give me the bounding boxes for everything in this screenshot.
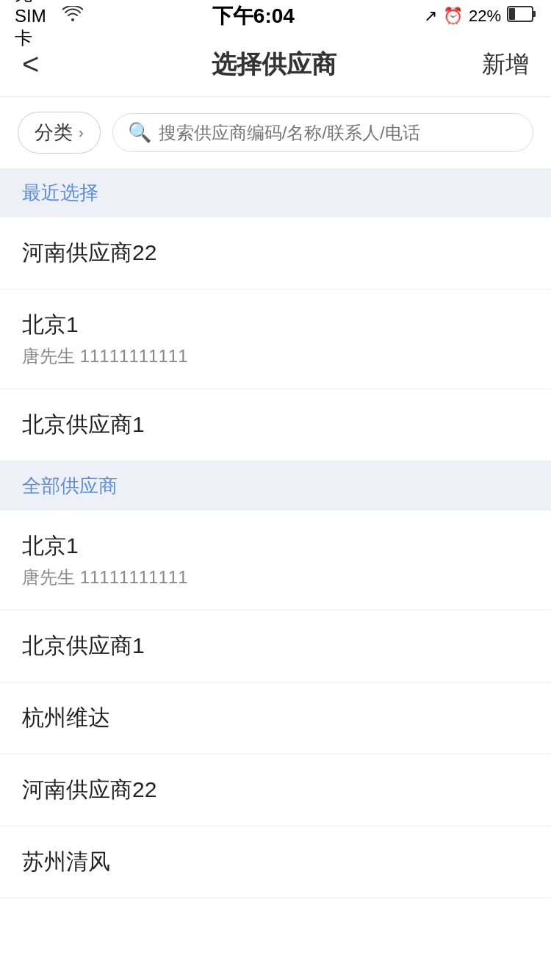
supplier-list: 最近选择河南供应商22 北京1 唐先生 11111111111 北京供应商1全部… [0, 168, 551, 898]
list-item[interactable]: 河南供应商22 [0, 754, 551, 826]
item-name: 北京1 [22, 310, 529, 340]
item-name: 河南供应商22 [22, 775, 529, 805]
filter-bar: 分类 › 🔍 [0, 97, 551, 168]
back-button[interactable]: < [22, 48, 66, 81]
list-item[interactable]: 北京供应商1 [0, 610, 551, 682]
status-bar: 无 SIM 卡 下午6:04 ↗ ⏰ 22% [0, 0, 551, 32]
status-time: 下午6:04 [212, 2, 295, 30]
list-item[interactable]: 杭州维达 [0, 682, 551, 754]
wifi-icon [62, 6, 83, 26]
status-left: 无 SIM 卡 [15, 0, 83, 50]
search-input[interactable] [159, 123, 518, 143]
page-title: 选择供应商 [212, 48, 336, 82]
list-item[interactable]: 北京1 唐先生 11111111111 [0, 511, 551, 610]
location-icon: ↗ [424, 7, 437, 26]
search-icon: 🔍 [128, 121, 151, 144]
section-header-recent: 最近选择 [0, 168, 551, 217]
status-right: ↗ ⏰ 22% [424, 6, 536, 26]
item-name: 北京供应商1 [22, 410, 529, 440]
battery-label: 22% [469, 7, 501, 26]
item-detail: 唐先生 11111111111 [22, 345, 529, 368]
search-box: 🔍 [112, 113, 533, 152]
item-name: 杭州维达 [22, 703, 529, 733]
section-header-all: 全部供应商 [0, 461, 551, 511]
list-item[interactable]: 苏州清风 [0, 826, 551, 898]
category-label: 分类 [35, 120, 73, 145]
item-name: 河南供应商22 [22, 238, 529, 268]
item-name: 北京供应商1 [22, 631, 529, 661]
item-name: 苏州清风 [22, 847, 529, 877]
category-button[interactable]: 分类 › [18, 112, 101, 154]
list-item[interactable]: 北京供应商1 [0, 389, 551, 461]
svg-rect-1 [509, 8, 515, 20]
battery-icon [507, 6, 536, 26]
alarm-icon: ⏰ [443, 7, 463, 26]
carrier-label: 无 SIM 卡 [15, 0, 55, 50]
list-item[interactable]: 河南供应商22 [0, 217, 551, 289]
item-name: 北京1 [22, 531, 529, 561]
item-detail: 唐先生 11111111111 [22, 566, 529, 589]
chevron-right-icon: › [79, 124, 84, 141]
list-item[interactable]: 北京1 唐先生 11111111111 [0, 289, 551, 389]
svg-rect-2 [533, 11, 536, 17]
add-button[interactable]: 新增 [482, 48, 529, 81]
